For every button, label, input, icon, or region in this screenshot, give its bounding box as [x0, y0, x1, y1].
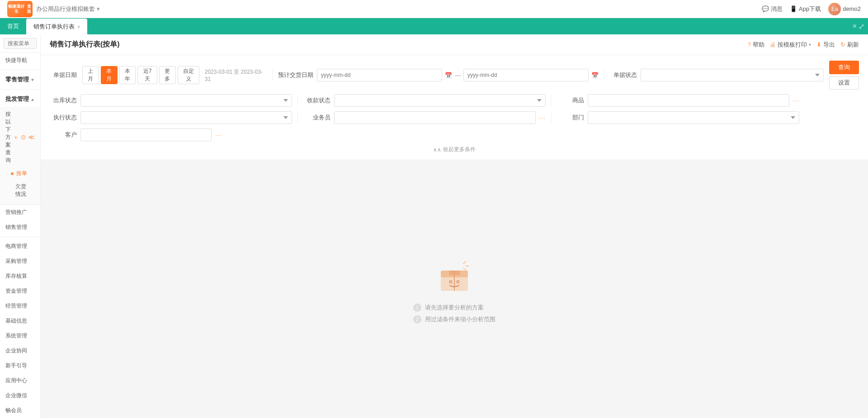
- query-button[interactable]: 查询: [829, 61, 859, 74]
- filter-row-3: 执行状态 业务员 ··· 部门: [50, 111, 859, 124]
- calendar-to-icon[interactable]: 📅: [591, 72, 599, 79]
- delivery-status-label: 出库状态: [50, 96, 77, 104]
- sidebar-item-guide[interactable]: 新手引导: [0, 358, 40, 373]
- department-select[interactable]: [588, 111, 799, 124]
- payment-status-select[interactable]: [334, 94, 546, 107]
- filter-field-delivery: 出库状态: [50, 94, 292, 107]
- filter-sep-1: [272, 69, 273, 81]
- date-btn-last7days[interactable]: 近7天: [137, 66, 157, 84]
- tip-num-1: 1: [413, 304, 421, 312]
- filter-sep-4: [551, 94, 552, 107]
- sidebar-item-quick-nav[interactable]: 快捷导航: [0, 53, 40, 68]
- goods-input[interactable]: [588, 94, 789, 107]
- sidebar-item-member[interactable]: 畅会员: [0, 403, 40, 418]
- export-button[interactable]: ⬇ 导出: [816, 41, 835, 49]
- app-logo: 畅捷通好生 意版: [7, 1, 33, 17]
- empty-tip-1: 1 请先选择要分析的方案: [413, 304, 495, 312]
- sidebar-item-enterprise[interactable]: 企业协同: [0, 343, 40, 358]
- tab-minimize-icon[interactable]: ×: [853, 22, 857, 30]
- sidebar-item-appstore[interactable]: 应用中心: [0, 373, 40, 388]
- sidebar-item-inventory[interactable]: 库存核算: [0, 269, 40, 284]
- filter-row-4: 客户 ···: [50, 128, 859, 141]
- sidebar-item-wechat[interactable]: 企业微信: [0, 388, 40, 403]
- print-dropdown-icon[interactable]: ▾: [809, 42, 811, 47]
- tab-home[interactable]: 首页: [0, 18, 26, 34]
- tab-bar-controls: × ⤢: [853, 22, 868, 31]
- retail-arrow-icon: ▼: [30, 77, 35, 82]
- payment-status-label: 收款状态: [303, 96, 330, 104]
- sidebar-item-wholesale-sub2[interactable]: 销售管理: [0, 220, 40, 235]
- help-button[interactable]: ? 帮助: [748, 41, 764, 49]
- app-download-nav-item[interactable]: 📱 App下载: [790, 5, 821, 13]
- export-icon: ⬇: [816, 41, 821, 48]
- top-navbar: 畅捷通好生 意版 办公用品行业模拟账套 ▾ 💬 消息 📱 App下载 Ea de…: [0, 0, 868, 18]
- salesperson-input[interactable]: [334, 111, 536, 124]
- calendar-from-icon[interactable]: 📅: [445, 72, 452, 79]
- date-separator: —: [455, 72, 461, 79]
- customer-more-icon[interactable]: ···: [215, 132, 222, 138]
- svg-rect-3: [449, 271, 460, 275]
- filter-sep-6: [551, 111, 552, 124]
- sidebar-item-purchase[interactable]: 采购管理: [0, 254, 40, 269]
- date-btn-more[interactable]: 更多: [159, 66, 176, 84]
- user-profile[interactable]: Ea demo2: [828, 3, 861, 15]
- salesperson-label: 业务员: [303, 114, 330, 122]
- sidebar-item-wholesale[interactable]: 批发管理 ▲: [0, 91, 40, 107]
- filter-row-1: 单据日期 上月 本月 本年 近7天 更多 自定义 2023-03-01 至 20…: [50, 61, 859, 90]
- plan-add-icon[interactable]: ＋: [13, 133, 19, 142]
- empty-state: 1 请先选择要分析的方案 2 用过滤条件来缩小分析范围: [41, 160, 868, 418]
- sidebar-sub-pressorder[interactable]: 按单: [5, 167, 35, 180]
- action-buttons: 查询 设置: [829, 61, 859, 90]
- expected-date-from[interactable]: [317, 69, 442, 81]
- date-btn-thisyear[interactable]: 本年: [119, 66, 136, 84]
- order-status-label: 单据状态: [610, 71, 637, 79]
- tab-close-icon[interactable]: ×: [77, 24, 80, 29]
- date-btn-lastmonth[interactable]: 上月: [82, 66, 99, 84]
- sidebar-item-wholesale-sub1[interactable]: 营销推广: [0, 205, 40, 220]
- goods-label: 商品: [557, 96, 584, 104]
- tip-num-2: 2: [413, 315, 421, 323]
- expected-date-to[interactable]: [463, 69, 589, 81]
- salesperson-more-icon[interactable]: ···: [539, 114, 546, 121]
- empty-illustration: [432, 255, 477, 300]
- tab-maximize-icon[interactable]: ⤢: [859, 22, 864, 31]
- filter-field-expected-date: 预计交货日期 📅 — 📅: [278, 69, 599, 81]
- search-input[interactable]: [4, 38, 37, 49]
- sidebar-sub-debt[interactable]: 欠货情况: [5, 180, 35, 201]
- delivery-status-select[interactable]: [80, 94, 292, 107]
- sidebar-item-system[interactable]: 系统管理: [0, 328, 40, 343]
- sidebar-item-operation[interactable]: 经营管理: [0, 299, 40, 314]
- filter-field-payment: 收款状态: [303, 94, 546, 107]
- empty-tip-2: 2 用过滤条件来缩小分析范围: [413, 315, 495, 323]
- breadcrumb-chevron-icon[interactable]: ▾: [97, 5, 100, 12]
- filter-field-department: 部门: [557, 111, 799, 124]
- sidebar-item-ecommerce[interactable]: 电商管理: [0, 239, 40, 254]
- plan-more-icon[interactable]: ≪: [28, 133, 35, 142]
- sidebar-item-basic[interactable]: 基础信息: [0, 314, 40, 328]
- filter-row-2: 出库状态 收款状态 商品: [50, 94, 859, 107]
- order-status-select[interactable]: [641, 69, 824, 81]
- filter-field-date: 单据日期 上月 本月 本年 近7天 更多 自定义 2023-03-01 至 20…: [50, 66, 267, 84]
- content-area: 销售订单执行表(按单) ? 帮助 🖨 按模板打印 ▾ ⬇ 导出 ↻ 刷新: [41, 34, 868, 418]
- pressorder-dot: [11, 172, 14, 175]
- tab-sales-order[interactable]: 销售订单执行表 ×: [26, 19, 87, 35]
- collapse-button[interactable]: ∧∧ 收起更多条件: [50, 143, 859, 156]
- sidebar-divider-2: [0, 89, 40, 90]
- date-btn-custom[interactable]: 自定义: [178, 66, 199, 84]
- plan-edit-icon[interactable]: ⊙: [21, 133, 26, 142]
- execution-status-select[interactable]: [80, 111, 292, 124]
- wholesale-arrow-icon: ▲: [30, 97, 35, 102]
- refresh-button[interactable]: ↻ 刷新: [840, 41, 859, 49]
- svg-line-6: [463, 268, 466, 270]
- sidebar-item-finance[interactable]: 资金管理: [0, 284, 40, 299]
- settings-button[interactable]: 设置: [829, 76, 859, 90]
- customer-input[interactable]: [80, 128, 212, 141]
- goods-more-icon[interactable]: ···: [793, 97, 799, 104]
- sidebar-item-retail[interactable]: 零售管理 ▼: [0, 72, 40, 87]
- date-range-text: 2023-03-01 至 2023-03-31: [205, 68, 267, 82]
- print-button[interactable]: 🖨 按模板打印 ▾: [770, 41, 811, 49]
- download-icon: 📱: [790, 5, 797, 12]
- filter-field-execution: 执行状态: [50, 111, 292, 124]
- message-nav-item[interactable]: 💬 消息: [762, 5, 783, 13]
- date-btn-thismonth[interactable]: 本月: [101, 66, 118, 84]
